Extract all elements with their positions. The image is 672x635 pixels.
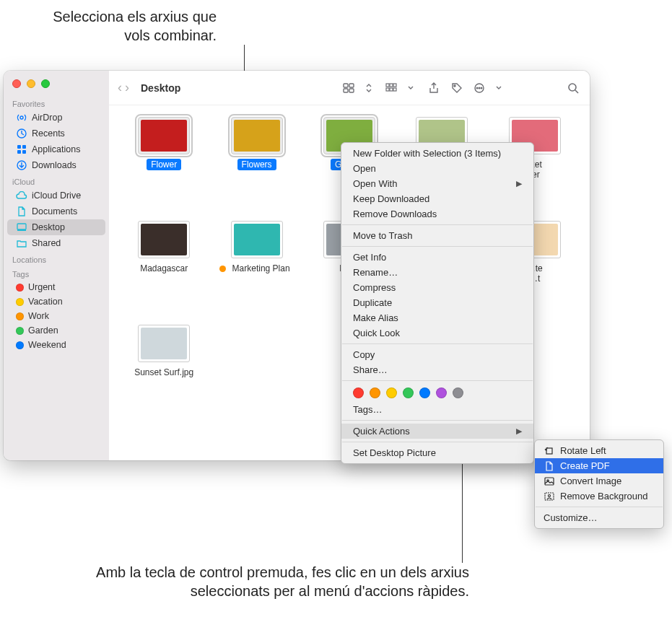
submenu-item[interactable]: Remove Background — [535, 489, 663, 504]
context-menu-item-label: Copy — [353, 349, 375, 360]
context-menu-item[interactable]: Get Info — [341, 250, 533, 265]
context-menu-item[interactable]: Compress — [341, 280, 533, 295]
document-icon — [16, 206, 27, 217]
file-thumbnail — [231, 117, 283, 154]
sidebar-item-work[interactable]: Work — [7, 309, 105, 323]
svg-point-22 — [479, 87, 480, 89]
file-item[interactable]: Madagascar — [122, 221, 206, 322]
svg-rect-3 — [22, 145, 26, 149]
file-item[interactable]: Sunset Surf.jpg — [122, 325, 206, 426]
tag-color-swatch[interactable] — [386, 387, 397, 398]
folder-shared-icon — [16, 237, 27, 249]
sidebar-item-label: Garden — [28, 325, 58, 336]
file-label: Marketing Plan — [228, 263, 294, 274]
clock-icon — [16, 128, 27, 139]
context-menu-item[interactable]: Copy — [341, 347, 533, 362]
context-menu-item[interactable]: Move to Trash — [341, 228, 533, 243]
file-thumbnail — [138, 117, 190, 154]
tag-color-swatch[interactable] — [436, 387, 447, 398]
more-chevron-icon[interactable] — [491, 80, 507, 96]
context-menu-item[interactable]: New Folder with Selection (3 Items) — [341, 146, 533, 161]
context-menu-item[interactable]: Quick Actions▶ — [341, 424, 533, 439]
sidebar-item-vacation[interactable]: Vacation — [7, 294, 105, 309]
group-chevron-icon[interactable] — [403, 80, 419, 96]
context-menu-item[interactable]: Keep Downloaded — [341, 191, 533, 206]
quick-actions-submenu: Rotate LeftCreate PDFConvert ImageRemove… — [534, 439, 664, 529]
tag-dot-icon — [16, 298, 24, 306]
annotation-top: Selecciona els arxius que vols combinar. — [43, 7, 217, 45]
sidebar-heading: Locations — [4, 251, 109, 266]
sidebar-heading: Favorites — [4, 95, 109, 110]
sidebar-item-label: Documents — [32, 206, 77, 216]
search-button[interactable] — [565, 80, 581, 96]
sidebar-item-recents[interactable]: Recents — [7, 126, 105, 141]
sidebar-item-downloads[interactable]: Downloads — [7, 157, 105, 173]
file-item[interactable]: Flower — [122, 117, 206, 218]
menu-separator — [342, 343, 533, 344]
context-menu-item[interactable]: Rename… — [341, 265, 533, 280]
sidebar-item-weekend[interactable]: Weekend — [7, 338, 105, 352]
forward-button[interactable]: › — [125, 80, 129, 95]
tag-color-swatch[interactable] — [453, 387, 463, 398]
tag-color-swatch[interactable] — [370, 387, 380, 398]
tag-color-swatch[interactable] — [419, 387, 430, 398]
tag-color-swatch[interactable] — [353, 387, 364, 398]
file-thumbnail — [138, 325, 190, 362]
submenu-item-label: Create PDF — [560, 460, 610, 471]
svg-rect-26 — [545, 478, 554, 485]
sidebar-item-airdrop[interactable]: AirDrop — [7, 110, 105, 126]
context-menu-item-label: Duplicate — [353, 297, 392, 308]
context-menu: New Folder with Selection (3 Items)OpenO… — [341, 142, 534, 464]
svg-rect-15 — [393, 84, 396, 87]
submenu-customize[interactable]: Customize… — [535, 510, 663, 525]
tag-dot-icon — [16, 284, 24, 292]
submenu-item[interactable]: Convert Image — [535, 473, 663, 489]
submenu-item[interactable]: Rotate Left — [535, 443, 663, 458]
annotation-bottom: Amb la tecla de control premuda, fes cli… — [65, 563, 469, 600]
file-label: Madagascar — [136, 263, 192, 274]
toolbar: ‹ › Desktop — [109, 71, 590, 105]
context-menu-item[interactable]: Quick Look — [341, 325, 533, 341]
menu-separator — [342, 246, 533, 247]
context-menu-item-label: Share… — [353, 364, 388, 375]
context-menu-item[interactable]: Duplicate — [341, 295, 533, 310]
sidebar-item-desktop[interactable]: Desktop — [7, 219, 105, 235]
sidebar-item-urgent[interactable]: Urgent — [7, 280, 105, 294]
sidebar-item-icloud-drive[interactable]: iCloud Drive — [7, 188, 105, 203]
svg-rect-7 — [17, 224, 26, 229]
context-menu-item[interactable]: Set Desktop Picture — [341, 445, 533, 460]
menu-separator — [342, 380, 533, 381]
context-menu-item[interactable]: Open With▶ — [341, 176, 533, 191]
tag-button[interactable] — [449, 80, 465, 96]
more-button[interactable] — [472, 80, 488, 96]
view-mode-button[interactable] — [342, 80, 358, 96]
sidebar-item-label: Applications — [32, 144, 80, 154]
minimize-window-button[interactable] — [27, 79, 35, 88]
file-item[interactable]: Flowers — [214, 117, 298, 218]
context-menu-item[interactable]: Open — [341, 161, 533, 176]
fullscreen-window-button[interactable] — [41, 79, 50, 88]
submenu-item[interactable]: Create PDF — [535, 458, 663, 473]
context-menu-item[interactable]: Share… — [341, 362, 533, 377]
context-menu-item[interactable]: Remove Downloads — [341, 206, 533, 222]
tag-color-swatch[interactable] — [403, 387, 414, 398]
sidebar-item-documents[interactable]: Documents — [7, 203, 105, 219]
context-menu-item[interactable]: Tags… — [341, 402, 533, 417]
context-menu-item-label: Open With — [353, 178, 397, 189]
sidebar-item-shared[interactable]: Shared — [7, 235, 105, 251]
tag-dot-icon — [16, 312, 24, 320]
back-button[interactable]: ‹ — [118, 80, 122, 95]
group-button[interactable] — [384, 80, 400, 96]
view-chevron-icon[interactable] — [361, 80, 377, 96]
tag-dot-icon — [16, 341, 24, 349]
context-menu-item-label: Make Alias — [353, 312, 398, 323]
airdrop-icon — [16, 112, 27, 123]
svg-rect-5 — [22, 150, 26, 154]
close-window-button[interactable] — [12, 79, 21, 88]
sidebar-item-applications[interactable]: Applications — [7, 141, 105, 157]
sidebar-item-garden[interactable]: Garden — [7, 323, 105, 338]
share-button[interactable] — [426, 80, 442, 96]
tag-dot-icon — [16, 327, 24, 335]
file-item[interactable]: Marketing Plan — [214, 221, 298, 322]
context-menu-item[interactable]: Make Alias — [341, 310, 533, 325]
